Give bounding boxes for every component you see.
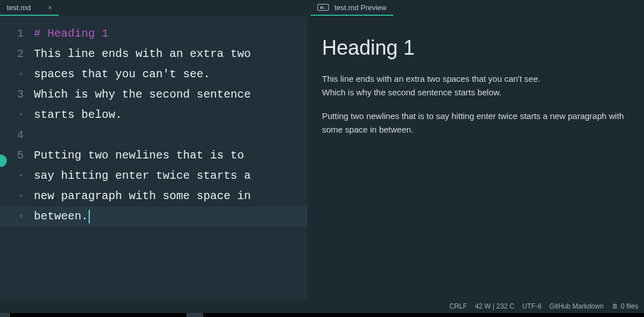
preview-pane: Heading 1 This line ends with an extra t…: [307, 16, 644, 300]
line-number: •: [0, 166, 24, 186]
text-cursor: [89, 210, 90, 223]
line-number: •: [0, 206, 24, 227]
split-view: 12•3•45••• # Heading 1This line ends wit…: [0, 16, 644, 300]
line-number: •: [0, 64, 24, 85]
files-icon: 🗎: [612, 302, 619, 310]
preview-paragraph: This line ends with an extra two spaces …: [322, 72, 629, 99]
status-eol[interactable]: CRLF: [449, 302, 467, 310]
code-line[interactable]: say hitting enter twice starts a: [34, 166, 307, 186]
line-number: 4: [0, 125, 24, 146]
code-line[interactable]: # Heading 1: [34, 24, 307, 44]
line-number: 2: [0, 44, 24, 64]
tab-editor-label: test.md: [7, 3, 31, 12]
status-word-char-count[interactable]: 42 W | 232 C: [475, 302, 515, 310]
editor-tabs: test.md ×: [0, 0, 307, 16]
code-line[interactable]: spaces that you can't see.: [34, 64, 307, 85]
code-line[interactable]: starts below.: [34, 105, 307, 125]
code-line[interactable]: between.: [34, 206, 307, 227]
status-encoding[interactable]: UTF-8: [523, 302, 542, 310]
status-files-label: 0 files: [621, 302, 638, 310]
line-number: 3: [0, 85, 24, 105]
code-line[interactable]: Which is why the second sentence: [34, 85, 307, 105]
window-bottom-edge: [0, 313, 644, 317]
editor-pane[interactable]: 12•3•45••• # Heading 1This line ends wit…: [0, 16, 307, 300]
status-grammar[interactable]: GitHub Markdown: [550, 302, 604, 310]
preview-heading: Heading 1: [322, 36, 629, 60]
tabs-bar: test.md × M↓ test.md Preview: [0, 0, 644, 16]
line-number: 1: [0, 24, 24, 44]
line-number: •: [0, 105, 24, 125]
preview-paragraph: Putting two newlines that is to say hitt…: [322, 109, 629, 137]
tab-editor[interactable]: test.md ×: [0, 0, 59, 16]
status-bar: CRLF 42 W | 232 C UTF-8 GitHub Markdown …: [0, 300, 644, 313]
line-number: •: [0, 186, 24, 206]
tab-preview-label: test.md Preview: [334, 3, 386, 12]
app-root: test.md × M↓ test.md Preview 12•3•45••• …: [0, 0, 644, 317]
status-files[interactable]: 🗎0 files: [612, 302, 638, 310]
code-line[interactable]: Putting two newlines that is to: [34, 146, 307, 166]
tab-preview[interactable]: M↓ test.md Preview: [311, 0, 393, 16]
markdown-icon: M↓: [317, 4, 329, 11]
close-icon[interactable]: ×: [48, 3, 53, 12]
preview-tabs: M↓ test.md Preview: [307, 0, 644, 16]
code-line[interactable]: This line ends with an extra two: [34, 44, 307, 64]
code-line[interactable]: new paragraph with some space in: [34, 186, 307, 206]
code-line[interactable]: [34, 125, 307, 146]
code-area[interactable]: # Heading 1This line ends with an extra …: [34, 16, 307, 300]
